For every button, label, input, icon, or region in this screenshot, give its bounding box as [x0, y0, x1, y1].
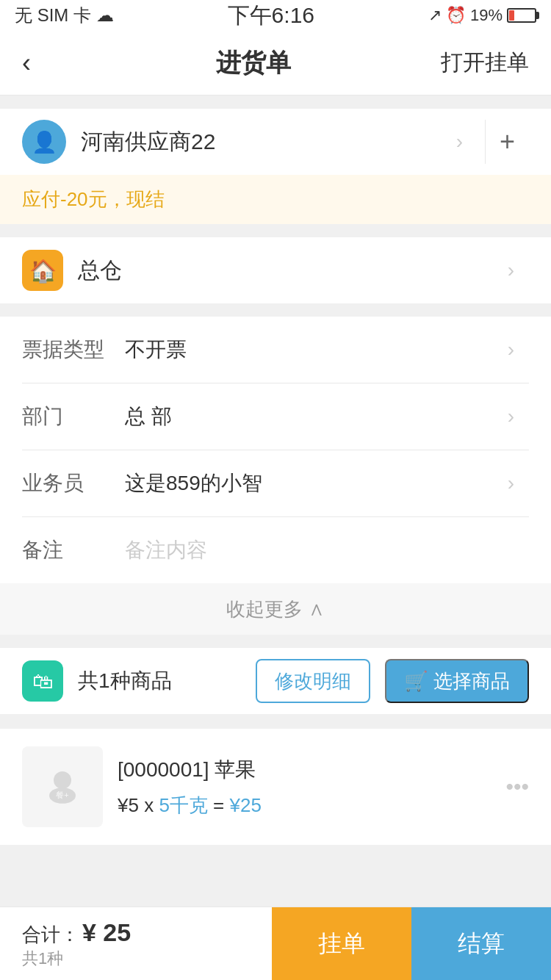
status-right: ↗ ⏰ 19% [428, 6, 536, 25]
form-section: 票据类型 不开票 › 部门 总 部 › 业务员 这是859的小智 › 备注 备注… [0, 317, 551, 583]
invoice-type-label: 票据类型 [22, 336, 125, 364]
product-name: [0000001] 苹果 [118, 756, 491, 784]
warehouse-row[interactable]: 🏠 总仓 › [0, 237, 551, 303]
signal-text: 无 SIM 卡 ☁ [15, 4, 114, 27]
warning-banner: 应付-20元，现结 [0, 175, 551, 224]
edit-detail-button[interactable]: 修改明细 [256, 659, 370, 703]
supplier-section: 👤 河南供应商22 › + 应付-20元，现结 [0, 109, 551, 224]
supplier-avatar: 👤 [22, 120, 66, 164]
total-section: 合计： ¥ 25 共1种 [0, 907, 272, 980]
divider-2 [0, 303, 551, 317]
total-amount: ¥ 25 [82, 918, 131, 947]
hang-button[interactable]: 挂单 [272, 907, 411, 980]
status-left: 无 SIM 卡 ☁ [15, 4, 114, 27]
svg-point-0 [54, 771, 71, 789]
department-value: 总 部 [125, 403, 508, 430]
quantity-value: 5千克 [159, 794, 207, 816]
product-info: [0000001] 苹果 ¥5 x 5千克 = ¥25 [118, 756, 491, 818]
select-product-button[interactable]: 🛒 选择商品 [385, 659, 529, 703]
supplier-row[interactable]: 👤 河南供应商22 › + [0, 109, 551, 175]
invoice-type-row[interactable]: 票据类型 不开票 › [0, 317, 551, 383]
department-label: 部门 [22, 403, 125, 430]
location-icon: ↗ [428, 6, 442, 25]
supplier-name: 河南供应商22 [81, 127, 456, 157]
total-label: 合计： [22, 922, 79, 948]
select-product-label: 选择商品 [433, 669, 510, 694]
note-row[interactable]: 备注 备注内容 [0, 517, 551, 583]
total-value: ¥25 [229, 794, 261, 816]
salesperson-value: 这是859的小智 [125, 469, 508, 497]
salesperson-chevron-icon: › [508, 472, 514, 495]
add-supplier-button[interactable]: + [485, 120, 529, 164]
avatar-icon: 👤 [32, 130, 57, 154]
checkout-button[interactable]: 结算 [411, 907, 551, 980]
alarm-icon: ⏰ [446, 6, 466, 25]
department-chevron-icon: › [508, 405, 514, 428]
note-label: 备注 [22, 536, 125, 564]
battery-text: 19% [470, 6, 503, 25]
product-item: 餐+ [0000001] 苹果 ¥5 x 5千克 = ¥25 ••• [0, 729, 551, 845]
battery-icon [507, 8, 536, 23]
salesperson-row[interactable]: 业务员 这是859的小智 › [0, 450, 551, 516]
product-thumbnail: 餐+ [22, 746, 103, 827]
product-count: 共1种商品 [78, 667, 241, 695]
invoice-chevron-icon: › [508, 338, 514, 361]
page-title: 进货单 [216, 46, 291, 80]
back-button[interactable]: ‹ [22, 48, 66, 79]
status-bar: 无 SIM 卡 ☁ 下午6:16 ↗ ⏰ 19% [0, 0, 551, 31]
warehouse-section: 🏠 总仓 › [0, 237, 551, 303]
open-hang-button[interactable]: 打开挂单 [441, 48, 529, 78]
divider-3 [0, 635, 551, 648]
warehouse-name: 总仓 [78, 256, 508, 286]
status-time: 下午6:16 [228, 1, 314, 31]
salesperson-label: 业务员 [22, 469, 125, 497]
department-row[interactable]: 部门 总 部 › [0, 383, 551, 450]
product-placeholder-icon: 餐+ [40, 765, 84, 809]
collapse-toggle[interactable]: 收起更多 ∧ [0, 583, 551, 635]
cart-icon: 🛒 [404, 670, 428, 693]
divider-top [0, 96, 551, 109]
total-count: 共1种 [22, 948, 250, 970]
invoice-type-value: 不开票 [125, 336, 508, 364]
product-bag-icon: 🛍 [22, 660, 63, 702]
product-price: ¥5 x 5千克 = ¥25 [118, 793, 491, 818]
chevron-right-icon: › [456, 130, 463, 154]
product-more-button[interactable]: ••• [505, 774, 529, 799]
product-header: 🛍 共1种商品 修改明细 🛒 选择商品 [0, 648, 551, 714]
divider-4 [0, 714, 551, 727]
divider-1 [0, 224, 551, 237]
price-value: ¥5 [118, 794, 139, 816]
nav-bar: ‹ 进货单 打开挂单 [0, 31, 551, 96]
note-value: 备注内容 [125, 536, 529, 564]
svg-text:餐+: 餐+ [56, 790, 68, 799]
warehouse-icon: 🏠 [22, 250, 63, 291]
bottom-bar: 合计： ¥ 25 共1种 挂单 结算 [0, 907, 551, 980]
warehouse-chevron-icon: › [508, 259, 514, 282]
